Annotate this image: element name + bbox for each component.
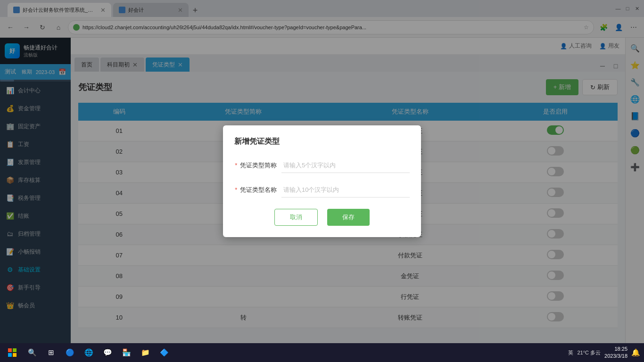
abbr-label: * 凭证类型简称 [234, 161, 281, 170]
form-row-name: * 凭证类型名称 [234, 182, 410, 197]
abbr-input[interactable] [281, 158, 410, 173]
start-button[interactable] [4, 344, 21, 361]
name-label-text: 凭证类型名称 [240, 186, 277, 193]
taskbar-folder-button[interactable]: 📁 [138, 345, 153, 360]
save-button[interactable]: 保存 [327, 209, 370, 226]
weather-text: 21°C 多云 [577, 349, 601, 356]
svg-rect-3 [13, 353, 17, 357]
taskbar-search-button[interactable]: 🔍 [25, 345, 40, 360]
dialog: 新增凭证类型 * 凭证类型简称 * 凭证类型名称 取消 保存 [223, 125, 421, 237]
abbr-label-text: 凭证类型简称 [240, 162, 277, 169]
taskbar-wechat-button[interactable]: 💬 [100, 345, 115, 360]
taskbar-edge-button[interactable]: 🔵 [62, 345, 77, 360]
date-display: 2023/3/18 [604, 353, 627, 360]
taskbar-tray: 英 21°C 多云 18:25 2023/3/18 🔔 [568, 346, 640, 360]
lang-indicator: 英 [568, 349, 573, 356]
form-row-abbr: * 凭证类型简称 [234, 158, 410, 173]
name-label: * 凭证类型名称 [234, 186, 281, 194]
notification-button[interactable]: 🔔 [631, 348, 640, 357]
taskbar-chrome-button[interactable]: 🌐 [81, 345, 96, 360]
dialog-title: 新增凭证类型 [234, 137, 410, 147]
taskbar-time: 18:25 2023/3/18 [604, 346, 627, 360]
taskbar: 🔍 ⊞ 🔵 🌐 💬 🏪 📁 🔷 英 21°C 多云 18:25 2023/3/1… [0, 343, 644, 362]
time-display: 18:25 [604, 346, 627, 353]
taskbar-store-button[interactable]: 🏪 [119, 345, 134, 360]
dialog-footer: 取消 保存 [234, 209, 410, 226]
taskbar-browser-button[interactable]: 🔷 [157, 345, 172, 360]
svg-rect-0 [8, 348, 12, 352]
cancel-button[interactable]: 取消 [274, 209, 318, 226]
taskbar-task-view-button[interactable]: ⊞ [43, 345, 58, 360]
required-star-abbr: * [235, 162, 237, 169]
svg-rect-2 [8, 353, 12, 357]
svg-rect-1 [13, 348, 17, 352]
required-star-name: * [235, 186, 237, 193]
name-input[interactable] [281, 182, 410, 197]
dialog-overlay: 新增凭证类型 * 凭证类型简称 * 凭证类型名称 取消 保存 [0, 0, 644, 362]
